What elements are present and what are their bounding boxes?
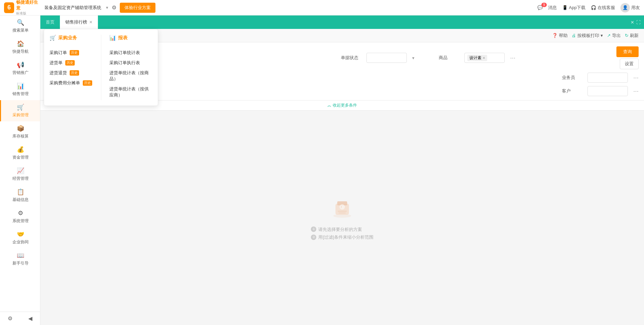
dropdown-menu: 🛒 采购业务 采购订单 历史 进货单 历史 进货退货 历史 采购费用分摊单 历史… [44,29,158,106]
menu-item-purchase-order-exec[interactable]: 采购订单执行表 [109,58,153,68]
goods-in-by-product-label: 进货单统计表（按商品） [109,70,153,82]
logo-icon: 6 [4,2,14,13]
goods-return-label: 进货退货 [49,70,67,76]
purchase-order-stat-label: 采购订单统计表 [109,50,140,56]
header-left: 6 畅捷通好生意 标准版 装备及固定资产辅助管理系统 ▾ ⚙ 体验行业方案 [4,0,155,15]
purchase-col-title: 🛒 采购业务 [49,35,93,44]
purchase-expense-label: 采购费用分摊单 [49,80,80,86]
app-download-action[interactable]: 📱 App下载 [562,5,585,11]
menu-divider [101,35,101,100]
user-action[interactable]: 👤 用友 [620,3,640,12]
avatar: 👤 [620,3,630,12]
report-col-label: 报表 [118,35,128,41]
goods-in-by-supplier-label: 进货单统计表（按供应商） [109,86,153,98]
app-label: App下载 [569,5,585,11]
menu-item-purchase-expense[interactable]: 采购费用分摊单 历史 [49,78,93,88]
header-right: 💬 9 消息 📱 App下载 🎧 在线客服 👤 用友 [537,3,640,12]
history-badge-goods-in: 历史 [65,60,75,66]
top-header: 6 畅捷通好生意 标准版 装备及固定资产辅助管理系统 ▾ ⚙ 体验行业方案 💬 … [0,0,644,15]
history-badge-goods-return: 历史 [70,70,79,76]
menu-item-goods-return[interactable]: 进货退货 历史 [49,68,93,78]
report-col-title: 📊 报表 [109,35,153,44]
purchase-col-label: 采购业务 [58,35,77,41]
logo-text: 畅捷通好生意 标准版 [16,0,41,15]
user-label: 用友 [631,5,640,11]
purchase-col-icon: 🛒 [49,35,56,41]
service-label: 在线客服 [598,5,615,11]
menu-item-goods-in[interactable]: 进货单 历史 [49,58,93,68]
system-dropdown-icon[interactable]: ▾ [106,5,108,10]
purchase-order-label: 采购订单 [49,50,67,56]
message-label: 消息 [548,5,557,11]
message-action[interactable]: 💬 9 消息 [537,5,557,11]
report-col-icon: 📊 [109,35,116,41]
menu-item-goods-in-by-product[interactable]: 进货单统计表（按商品） [109,68,153,84]
headset-icon: 🎧 [591,5,596,10]
system-title: 装备及固定资产辅助管理系统 [44,5,101,11]
system-settings-icon[interactable]: ⚙ [112,4,116,11]
history-badge-purchase-expense: 历史 [83,80,92,86]
purchase-order-exec-label: 采购订单执行表 [109,60,140,66]
industry-btn[interactable]: 体验行业方案 [120,3,155,13]
goods-in-label: 进货单 [49,60,63,66]
menu-item-goods-in-by-supplier[interactable]: 进货单统计表（按供应商） [109,84,153,100]
menu-item-purchase-order[interactable]: 采购订单 历史 [49,48,93,58]
logo-area: 6 畅捷通好生意 标准版 [4,0,41,15]
history-badge-purchase-order: 历史 [70,50,79,55]
menu-item-purchase-order-stat[interactable]: 采购订单统计表 [109,48,153,58]
message-badge: 9 [541,3,547,7]
mobile-icon: 📱 [562,5,568,10]
menu-col-report: 📊 报表 采购订单统计表 采购订单执行表 进货单统计表（按商品） 进货单统计表（… [109,35,153,100]
online-service-action[interactable]: 🎧 在线客服 [591,5,615,11]
menu-col-purchase: 🛒 采购业务 采购订单 历史 进货单 历史 进货退货 历史 采购费用分摊单 历史 [49,35,93,100]
